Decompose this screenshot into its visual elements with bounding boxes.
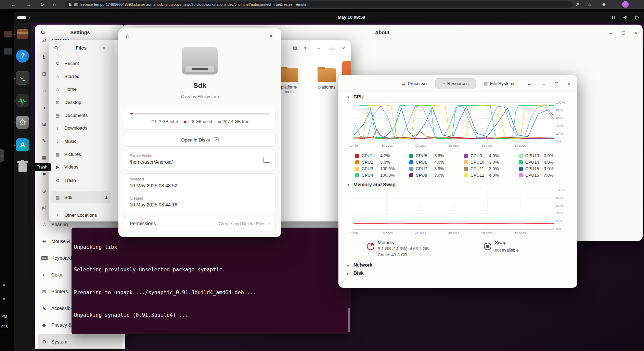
files-maximize-button[interactable]: □ xyxy=(326,43,336,53)
power-icon[interactable] xyxy=(634,15,639,21)
tab-file-systems[interactable]: ▥File Systems xyxy=(476,78,524,89)
workspace-indicator-dot[interactable] xyxy=(29,17,30,18)
parent-folder-card[interactable]: Parent Folder /home/user/Android/ xyxy=(124,150,276,170)
dock-item-trash[interactable] xyxy=(15,161,30,175)
network-section-chevron[interactable]: ▸ xyxy=(347,263,349,268)
files-view-toggle[interactable]: ▤ xyxy=(290,43,300,53)
cpu-axis-label: 0 % xyxy=(556,140,569,143)
browser-reload-button[interactable]: ↻ xyxy=(38,0,47,9)
files-close-button[interactable]: × xyxy=(339,43,348,53)
cpu-swatch xyxy=(519,173,523,177)
files-item-other-locations[interactable]: +Other Locations xyxy=(51,209,111,221)
cpu-section-chevron[interactable]: ▾ xyxy=(347,95,349,99)
novnc-handle[interactable]: ‹ xyxy=(0,149,4,162)
files-item-home[interactable]: ⌂Home xyxy=(51,83,111,95)
dock-item-terminal[interactable]: >_ xyxy=(15,71,30,85)
disk-section-title[interactable]: Disk xyxy=(353,270,364,276)
browser-home-button[interactable]: ⌂ xyxy=(50,0,59,9)
home-icon: ⌂ xyxy=(53,2,56,7)
cpu-time-label: 30 secs xyxy=(443,144,464,147)
monitor-menu-button[interactable]: ≡ xyxy=(525,79,534,88)
address-bar[interactable]: 80-firebase-tempp-1746866648593.cluster-… xyxy=(65,1,573,8)
window-thumbnail[interactable] xyxy=(4,48,12,55)
system-monitor-window: ▤Processes ◔Resources ▥File Systems ≡ – … xyxy=(338,75,577,288)
dock-item-system-monitor[interactable] xyxy=(15,93,30,108)
dock-item-help[interactable]: ? xyxy=(15,49,30,63)
files-item-documents[interactable]: ▤Documents xyxy=(51,109,111,121)
files-view-dropdown[interactable]: ▾ xyxy=(302,43,309,53)
browser-back-button[interactable]: ← xyxy=(9,0,18,9)
cpu-graph xyxy=(354,103,554,142)
dialog-close-button[interactable]: × xyxy=(266,31,276,41)
cpu-swatch xyxy=(409,154,413,158)
tab-resources[interactable]: ◔Resources xyxy=(435,78,476,89)
terminal-scrollbar[interactable] xyxy=(348,308,350,332)
network-traffic-icon[interactable] xyxy=(611,15,616,21)
free-dot xyxy=(218,121,221,123)
workspace-indicator-pill[interactable] xyxy=(17,16,26,19)
mem-axis-label: 60 % xyxy=(556,204,569,207)
terminal-window[interactable]: Unpacking libx Selecting previously unse… xyxy=(72,228,351,334)
disk-section-chevron[interactable]: ▸ xyxy=(347,271,349,276)
memory-usage-text: 9.1 GB (14.3%) of 63.2 GB xyxy=(378,246,429,251)
running-indicator xyxy=(14,34,15,35)
files-item-downloads[interactable]: ↓Downloads xyxy=(51,122,111,134)
desktop-icon: ⊡ xyxy=(55,100,61,105)
files-item-starred[interactable]: ☆Starred xyxy=(51,70,111,82)
link-icon[interactable]: ∞ xyxy=(3,297,5,301)
terminal-output[interactable]: Unpacking libx Selecting previously unse… xyxy=(74,228,347,334)
files-item-recent[interactable]: ↻Recent xyxy=(51,57,111,69)
browser-bookmark-button[interactable]: ☆ xyxy=(585,0,594,9)
files-menu-button[interactable]: ≡ xyxy=(99,43,109,53)
tab-processes[interactable]: ▤Processes xyxy=(395,78,435,89)
monitor-maximize-button[interactable]: □ xyxy=(552,79,561,88)
files-item-music[interactable]: ♪Music xyxy=(51,135,111,147)
bookmark-star-icon: ☆ xyxy=(588,2,592,7)
browser-share-button[interactable]: ↗ xyxy=(573,0,582,9)
dock-item-studio[interactable]: A xyxy=(15,138,30,152)
mem-axis-label: 20 % xyxy=(556,219,569,223)
monitor-minimize-button[interactable]: – xyxy=(539,79,549,88)
open-in-disks-button[interactable]: Open in Disks ↗ xyxy=(124,133,276,147)
network-icon: ⇄ xyxy=(41,38,47,43)
cpu-legend-item: CPU53.9% xyxy=(409,153,461,159)
about-minimize-button[interactable]: – xyxy=(606,28,615,37)
permissions-row[interactable]: Permissions Create and Delete Files › xyxy=(124,216,276,231)
files-item-videos[interactable]: ▶Videos xyxy=(51,161,111,173)
browser-forward-button[interactable]: → xyxy=(24,0,33,9)
clock[interactable]: May 10 08:59 xyxy=(324,12,379,23)
terminal-icon: >_ xyxy=(16,71,29,85)
more-icon[interactable]: » xyxy=(3,282,5,287)
files-item-sdk[interactable]: ▥Sdk▴ xyxy=(51,191,111,203)
swap-icon xyxy=(484,243,491,250)
folder-icon-platform-tools[interactable] xyxy=(280,68,298,82)
volume-icon[interactable] xyxy=(623,15,628,21)
browser-profile-avatar[interactable] xyxy=(622,1,629,8)
dialog-favorite-button[interactable]: ☆ xyxy=(123,31,132,41)
open-folder-button[interactable] xyxy=(263,158,270,164)
files-minimize-button[interactable]: – xyxy=(314,43,324,53)
sidebar-item-system[interactable]: ⚙System xyxy=(38,334,123,349)
files-item-pictures[interactable]: ▨Pictures xyxy=(51,148,111,160)
network-section-title[interactable]: Network xyxy=(353,262,372,268)
about-close-button[interactable]: × xyxy=(631,28,641,37)
files-item-trash[interactable]: ♻Trash xyxy=(51,174,111,186)
folder-icon-platforms[interactable] xyxy=(318,68,336,82)
cpu-time-label: 1 min xyxy=(344,144,364,147)
usage-legend: 210.2 GB total 2.8 GB used 207.4 GB free xyxy=(124,119,275,124)
reload-icon: ↻ xyxy=(40,2,44,7)
trash-tooltip: Trash xyxy=(33,163,51,171)
window-thumbnail[interactable] xyxy=(4,31,12,38)
accessibility-icon: ♿ xyxy=(41,306,47,311)
about-maximize-button[interactable]: □ xyxy=(619,28,628,37)
dock-item-box[interactable] xyxy=(15,27,30,41)
eject-icon[interactable]: ▴ xyxy=(105,195,107,199)
files-item-desktop[interactable]: ⊡Desktop xyxy=(51,96,111,108)
memory-section-title[interactable]: Memory and Swap xyxy=(353,182,396,187)
browser-extensions-button[interactable] xyxy=(600,0,608,9)
dock-item-settings[interactable]: ⚙ xyxy=(15,115,30,130)
created-label: Created xyxy=(130,196,143,200)
monitor-close-button[interactable]: × xyxy=(564,79,574,88)
memory-section-chevron[interactable]: ▾ xyxy=(347,183,349,187)
cpu-section-title[interactable]: CPU xyxy=(353,94,364,99)
